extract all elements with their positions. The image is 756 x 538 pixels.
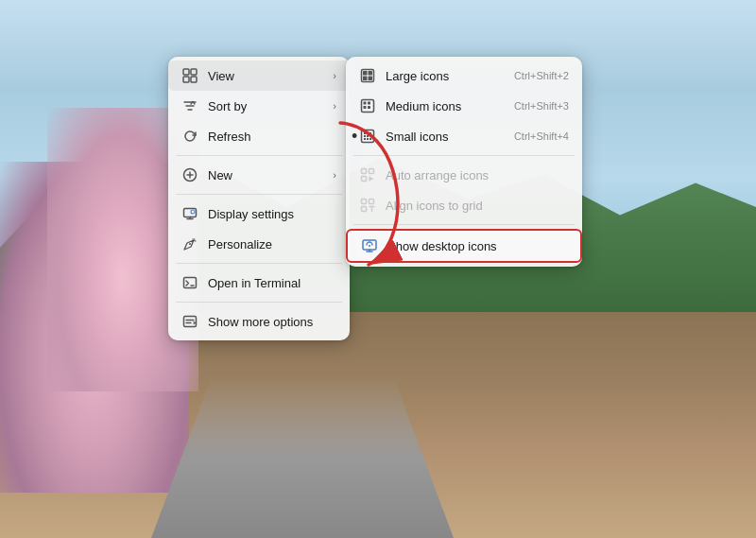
refresh-icon	[181, 128, 198, 145]
svg-rect-24	[364, 135, 366, 137]
svg-point-6	[191, 210, 195, 214]
svg-rect-16	[364, 102, 367, 105]
menu-item-terminal[interactable]: Open in Terminal	[168, 268, 350, 298]
submenu-medium-label: Medium icons	[386, 99, 505, 113]
show-desktop-icon	[361, 237, 378, 254]
svg-rect-3	[191, 77, 197, 82]
align-grid-icon	[359, 197, 376, 214]
submenu-item-large-icons[interactable]: Large icons Ctrl+Shift+2	[346, 61, 582, 91]
more-options-icon	[181, 313, 198, 330]
menu-item-view[interactable]: View ›	[168, 61, 350, 91]
large-icons-shortcut: Ctrl+Shift+2	[514, 70, 569, 81]
medium-icons-shortcut: Ctrl+Shift+3	[514, 100, 569, 112]
submenu-auto-arrange-label: Auto arrange icons	[386, 168, 569, 182]
menu-personalize-label: Personalize	[208, 237, 336, 252]
medium-icons-icon	[359, 97, 376, 114]
svg-rect-17	[368, 102, 370, 105]
submenu-align-grid-label: Align icons to grid	[386, 199, 569, 213]
svg-point-7	[189, 243, 191, 245]
submenu-arrow-sort-icon: ›	[333, 100, 336, 112]
svg-rect-33	[362, 200, 367, 204]
bullet-indicator: •	[352, 128, 357, 145]
svg-rect-27	[364, 138, 366, 140]
submenu-item-align-grid[interactable]: Align icons to grid	[346, 190, 582, 220]
small-icons-shortcut: Ctrl+Shift+4	[514, 130, 569, 142]
context-menu: View › Sort by › Refresh	[168, 57, 350, 340]
submenu-show-desktop-label: Show desktop icons	[387, 239, 567, 253]
menu-item-more-options[interactable]: Show more options	[168, 306, 350, 337]
divider-1	[176, 155, 342, 156]
svg-rect-31	[369, 169, 374, 174]
svg-rect-32	[362, 177, 367, 182]
svg-rect-1	[191, 69, 197, 75]
auto-arrange-icon	[359, 166, 376, 183]
menu-item-display[interactable]: Display settings	[168, 199, 350, 229]
personalize-icon	[181, 235, 198, 252]
menu-item-new[interactable]: New ›	[168, 160, 350, 190]
submenu-arrow-icon: ›	[333, 70, 336, 81]
terminal-icon	[181, 274, 198, 291]
svg-rect-8	[184, 278, 197, 288]
svg-rect-14	[369, 77, 373, 81]
svg-rect-18	[364, 106, 367, 109]
svg-rect-19	[368, 106, 370, 109]
divider-4	[176, 302, 342, 303]
new-icon	[181, 166, 198, 183]
submenu-divider-2	[353, 224, 575, 225]
svg-rect-23	[369, 132, 371, 134]
submenu-item-auto-arrange[interactable]: Auto arrange icons	[346, 160, 582, 190]
svg-rect-21	[364, 132, 366, 134]
menu-item-personalize[interactable]: Personalize	[168, 229, 350, 259]
svg-rect-25	[367, 135, 369, 137]
svg-rect-29	[369, 138, 371, 140]
sort-icon	[181, 97, 198, 114]
svg-rect-35	[362, 207, 367, 212]
svg-point-37	[369, 245, 370, 247]
display-icon	[181, 205, 198, 222]
svg-rect-11	[363, 71, 368, 76]
menu-more-label: Show more options	[208, 315, 336, 329]
submenu-divider-1	[353, 155, 575, 156]
submenu-arrow-new-icon: ›	[333, 169, 336, 181]
submenu-large-label: Large icons	[386, 69, 505, 83]
submenu-item-show-desktop-icons[interactable]: Show desktop icons	[346, 229, 582, 263]
submenu-item-small-icons[interactable]: • Small icons Ctrl+Shift+4	[346, 121, 582, 151]
menu-terminal-label: Open in Terminal	[208, 276, 336, 290]
submenu-small-label: Small icons	[386, 130, 505, 144]
svg-rect-15	[362, 100, 374, 113]
svg-rect-2	[183, 77, 189, 82]
svg-rect-26	[369, 135, 371, 137]
menu-refresh-label: Refresh	[208, 130, 336, 144]
svg-rect-34	[369, 200, 374, 204]
svg-rect-30	[362, 169, 367, 174]
svg-rect-22	[367, 132, 369, 134]
svg-rect-12	[369, 71, 373, 76]
large-icons-icon	[359, 67, 376, 84]
svg-rect-28	[367, 138, 369, 140]
menu-view-label: View	[208, 69, 323, 83]
menu-display-label: Display settings	[208, 207, 336, 221]
svg-rect-0	[183, 69, 189, 75]
menu-sort-label: Sort by	[208, 99, 323, 113]
menu-item-refresh[interactable]: Refresh	[168, 121, 350, 151]
submenu-item-medium-icons[interactable]: Medium icons Ctrl+Shift+3	[346, 91, 582, 121]
divider-2	[176, 194, 342, 195]
divider-3	[176, 263, 342, 264]
svg-rect-9	[184, 317, 197, 327]
grid-icon	[181, 67, 198, 84]
svg-rect-13	[363, 77, 368, 81]
menu-item-sort[interactable]: Sort by ›	[168, 91, 350, 121]
view-submenu: Large icons Ctrl+Shift+2 Medium icons Ct…	[346, 57, 582, 267]
menu-new-label: New	[208, 168, 323, 182]
small-icons-icon	[359, 128, 376, 145]
